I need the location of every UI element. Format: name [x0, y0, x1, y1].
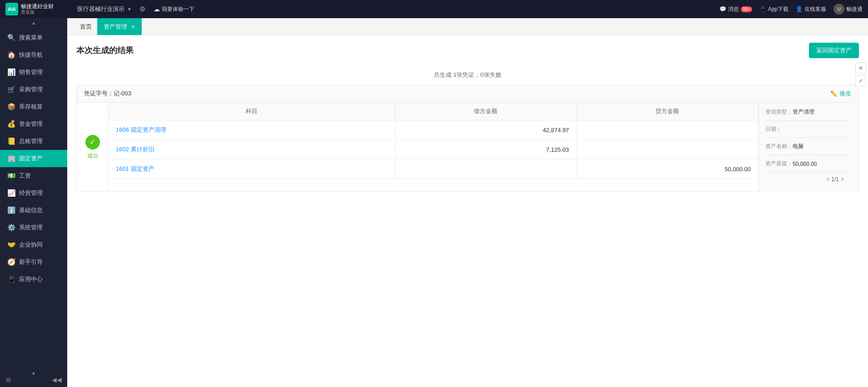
sidebar-item-label: 总账管理	[19, 137, 43, 145]
sidebar-item-label: 固定资产	[19, 154, 43, 163]
voucher-header: 凭证字号：记-003 ✏️ 修改	[77, 85, 858, 103]
status-text: 成功	[87, 152, 98, 160]
sidebar-item-purchase[interactable]: 🛒 采购管理	[0, 81, 67, 98]
edit-icon: ✏️	[830, 90, 838, 97]
logo-title: 畅捷通好业财	[21, 3, 54, 10]
top-header: AtA 畅捷通好业财 普及版 医疗器械行业演示 ▼ ⚙ ☁ 我要体验一下 💬 消…	[0, 0, 868, 18]
logo-subtitle: 普及版	[21, 10, 54, 15]
asset-name-value: 电脑	[793, 143, 804, 150]
page-content: ✕ ⤢ 本次生成的结果 返回固定资产 共生成 1张凭证，0张失败 凭证字号：记-…	[67, 35, 868, 387]
page-info: 1/1	[831, 176, 839, 183]
expand-icon: ⤢	[858, 78, 863, 84]
sidebar-item-label: 基础信息	[19, 206, 43, 214]
original-value-label: 资产原值：	[765, 160, 793, 168]
prev-page-button[interactable]: <	[824, 176, 831, 183]
next-page-button[interactable]: >	[839, 176, 846, 183]
logo-text-area: 畅捷通好业财 普及版	[21, 3, 54, 15]
trial-button[interactable]: ☁ 我要体验一下	[154, 5, 194, 13]
ledger-icon: 📒	[7, 137, 15, 145]
panel-expand-button[interactable]: ⤢	[855, 75, 866, 86]
chevron-down-icon: ▼	[127, 7, 132, 12]
tab-assets[interactable]: 资产管理 ✕	[97, 18, 142, 35]
pagination: < 1/1 >	[765, 172, 852, 186]
sidebar-item-management[interactable]: 📈 经营管理	[0, 184, 67, 202]
sidebar-item-ledger[interactable]: 📒 总账管理	[0, 133, 67, 150]
fixed-assets-icon: 🏢	[7, 154, 15, 163]
search-icon: 🔍	[7, 34, 15, 42]
col-debit: 借方金额	[395, 103, 576, 120]
row1-debit: 42,874.97	[395, 120, 576, 140]
sidebar-item-label: 采购管理	[19, 85, 43, 94]
sidebar-item-funds[interactable]: 💰 资金管理	[0, 115, 67, 133]
sidebar-scroll-down[interactable]: ▼	[0, 369, 67, 378]
sidebar-item-inventory[interactable]: 📦 库存核算	[0, 98, 67, 115]
app-download-label: App下载	[768, 5, 789, 13]
sidebar-item-guide[interactable]: 🧭 新手引导	[0, 253, 67, 271]
logo-area: AtA 畅捷通好业财 普及版	[5, 3, 73, 15]
tab-home[interactable]: 首页	[74, 18, 97, 35]
voucher-body: ✓ 成功 科目 借方金额 贷方金额	[77, 103, 858, 192]
guide-icon: 🧭	[7, 258, 15, 266]
voucher-number: 凭证字号：记-003	[84, 89, 131, 98]
sidebar-item-salary[interactable]: 💵 工资	[0, 167, 67, 184]
user-name: 畅捷通	[846, 5, 863, 13]
messages-label: 消息	[728, 5, 739, 13]
row3-credit: 50,000.00	[576, 159, 758, 179]
sidebar-item-system[interactable]: ⚙️ 系统管理	[0, 219, 67, 236]
voucher-main-table: 科目 借方金额 贷方金额 1606 固定资产清理 42,874.97	[109, 103, 759, 192]
sidebar-scroll-up[interactable]: ▲	[0, 18, 67, 27]
sidebar-item-basic-info[interactable]: ℹ️ 基础信息	[0, 202, 67, 219]
asset-name-label: 资产名称：	[765, 143, 793, 150]
panel-close-button[interactable]: ✕	[855, 63, 866, 74]
sidebar-item-fixed-assets[interactable]: 🏢 固定资产	[0, 150, 67, 167]
date-row: 日期：	[765, 125, 852, 133]
info-icon: ℹ️	[7, 206, 15, 214]
app-center-icon: 📱	[7, 275, 15, 283]
change-type-row: 变动类型： 资产清理	[765, 108, 852, 116]
sidebar-item-sales[interactable]: 📊 销售管理	[0, 64, 67, 81]
main-layout: ▲ 🔍 搜索菜单 🏠 快捷导航 📊 销售管理 🛒 采购管理 📦 库存核算	[0, 18, 868, 387]
funds-icon: 💰	[7, 120, 15, 128]
sidebar-item-search[interactable]: 🔍 搜索菜单	[0, 29, 67, 46]
divider	[765, 155, 852, 155]
sidebar-item-app-center[interactable]: 📱 应用中心	[0, 271, 67, 288]
change-type-label: 变动类型：	[765, 108, 793, 116]
service-icon: 👤	[796, 6, 803, 12]
cooperation-icon: 🤝	[7, 241, 15, 249]
panel-controls: ✕ ⤢	[853, 61, 868, 88]
user-area[interactable]: U 畅捷通	[833, 4, 863, 15]
side-info-panel: 变动类型： 资产清理 日期： 资产名称： 电脑	[759, 103, 858, 192]
original-value-value: 50,000.00	[793, 161, 817, 167]
settings-button[interactable]: ⚙	[136, 3, 149, 15]
voucher-table: 科目 借方金额 贷方金额 1606 固定资产清理 42,874.97	[109, 103, 759, 179]
tab-close-icon[interactable]: ✕	[131, 24, 135, 30]
sidebar-item-label: 经营管理	[19, 189, 43, 197]
purchase-icon: 🛒	[7, 85, 15, 94]
app-download-button[interactable]: 📱 App下载	[759, 5, 789, 13]
row1-subject: 1606 固定资产清理	[109, 120, 395, 140]
company-selector[interactable]: 医疗器械行业演示 ▼	[77, 5, 132, 13]
messages-button[interactable]: 💬 消息 99+	[719, 5, 752, 13]
company-name: 医疗器械行业演示	[77, 5, 124, 13]
tab-assets-label: 资产管理	[104, 23, 127, 31]
row2-debit: 7,125.03	[395, 140, 576, 159]
online-service-button[interactable]: 👤 在线客服	[796, 5, 826, 13]
logo-icon: AtA	[5, 3, 18, 15]
sidebar: ▲ 🔍 搜索菜单 🏠 快捷导航 📊 销售管理 🛒 采购管理 📦 库存核算	[0, 18, 67, 387]
asset-name-row: 资产名称： 电脑	[765, 143, 852, 150]
sidebar-item-label: 库存核算	[19, 103, 43, 111]
edit-button[interactable]: ✏️ 修改	[830, 89, 851, 98]
sidebar-item-label: 企业协同	[19, 241, 43, 249]
sidebar-item-quick-nav[interactable]: 🏠 快捷导航	[0, 46, 67, 64]
management-icon: 📈	[7, 189, 15, 197]
row1-credit	[576, 120, 758, 140]
voucher-container: 凭证字号：记-003 ✏️ 修改 ✓ 成功	[76, 84, 859, 192]
sidebar-item-cooperation[interactable]: 🤝 企业协同	[0, 236, 67, 253]
system-icon: ⚙️	[7, 223, 15, 232]
col-credit: 贷方金额	[576, 103, 758, 120]
status-column: ✓ 成功	[77, 103, 109, 192]
row3-subject: 1601 固定资产	[109, 159, 395, 179]
original-value-row: 资产原值： 50,000.00	[765, 160, 852, 168]
home-icon: 🏠	[7, 51, 15, 59]
return-button[interactable]: 返回固定资产	[809, 43, 859, 58]
